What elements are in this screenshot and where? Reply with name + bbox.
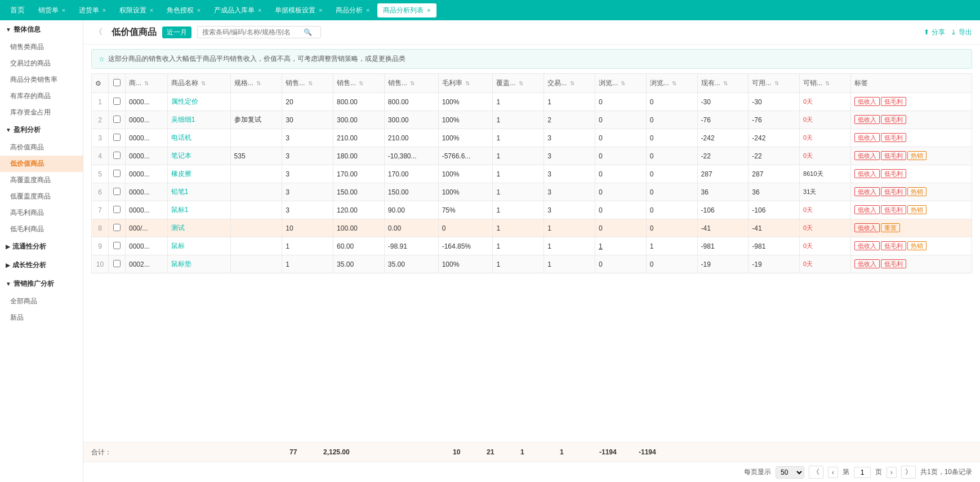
product-name[interactable]: 鼠标垫	[167, 255, 230, 273]
row-checkbox[interactable]	[109, 255, 126, 273]
sale-profit: -10,380...	[384, 147, 438, 165]
th-trade[interactable]: 交易... ⇅	[544, 74, 595, 93]
search-input[interactable]	[202, 28, 304, 36]
sidebar-item-low-margin[interactable]: 低毛利商品	[0, 221, 83, 237]
product-name[interactable]: 测试	[167, 219, 230, 237]
row-checkbox[interactable]	[109, 237, 126, 255]
nav-product-analysis[interactable]: 商品分析 ×	[330, 3, 375, 17]
next-page-button[interactable]: ›	[887, 467, 897, 478]
collapse-button[interactable]: 《	[91, 26, 106, 38]
sidebar-group-overall[interactable]: ▼ 整体信息	[0, 20, 83, 39]
sidebar-item-all-goods[interactable]: 全部商品	[0, 293, 83, 309]
sidebar-group-growth[interactable]: ▶ 成长性分析	[0, 256, 83, 275]
sidebar-item-category-sales-rate[interactable]: 商品分类销售率	[0, 72, 83, 88]
nav-product-analysis-list[interactable]: 商品分析列表 ×	[377, 3, 436, 17]
sidebar-item-stock-capital[interactable]: 库存资金占用	[0, 104, 83, 121]
product-spec	[230, 237, 282, 255]
sidebar-group-marketing[interactable]: ▼ 营销推广分析	[0, 275, 83, 293]
product-tags: 低收入低毛利	[850, 93, 972, 111]
last-page-button[interactable]: 》	[901, 466, 916, 479]
nav-purchase-order[interactable]: 进货单 ×	[73, 3, 112, 17]
sidebar-group-profit[interactable]: ▼ 盈利分析	[0, 121, 83, 139]
nav-permission-settings[interactable]: 权限设置 ×	[114, 3, 159, 17]
nav-close-template[interactable]: ×	[319, 7, 322, 14]
page-number-input[interactable]	[854, 467, 871, 478]
nav-home[interactable]: 首页	[5, 3, 30, 17]
row-select-checkbox[interactable]	[113, 152, 121, 159]
row-checkbox[interactable]	[109, 165, 126, 183]
row-checkbox[interactable]	[109, 93, 126, 111]
th-sellable[interactable]: 可销... ⇅	[800, 74, 851, 93]
product-name[interactable]: 橡皮擦	[167, 165, 230, 183]
row-select-checkbox[interactable]	[113, 188, 121, 195]
row-checkbox[interactable]	[109, 129, 126, 147]
product-name[interactable]: 铅笔1	[167, 183, 230, 201]
nav-close-purchase-order[interactable]: ×	[103, 7, 106, 14]
th-sale-amount[interactable]: 销售... ⇅	[333, 74, 385, 93]
row-select-checkbox[interactable]	[113, 260, 121, 267]
row-checkbox[interactable]	[109, 219, 126, 237]
product-name[interactable]: 笔记本	[167, 147, 230, 165]
nav-close-product-stock[interactable]: ×	[258, 7, 261, 14]
nav-role-auth[interactable]: 角色授权 ×	[161, 3, 206, 17]
product-name[interactable]: 鼠标1	[167, 201, 230, 219]
row-checkbox[interactable]	[109, 183, 126, 201]
row-select-checkbox[interactable]	[113, 170, 121, 177]
product-name[interactable]: 吴细细1	[167, 111, 230, 129]
th-tags[interactable]: 标签	[850, 74, 972, 93]
nav-close-permission[interactable]: ×	[150, 7, 153, 14]
th-browse2[interactable]: 浏览... ⇅	[646, 74, 697, 93]
search-icon[interactable]: 🔍	[304, 28, 312, 36]
row-checkbox[interactable]	[109, 111, 126, 129]
sidebar-item-sales-goods[interactable]: 销售类商品	[0, 39, 83, 55]
row-checkbox[interactable]	[109, 201, 126, 219]
row-select-checkbox[interactable]	[113, 224, 121, 231]
row-select-checkbox[interactable]	[113, 206, 121, 213]
select-all-checkbox[interactable]	[113, 79, 121, 86]
th-sale-profit[interactable]: 销售... ⇅	[384, 74, 438, 93]
export-button[interactable]: ⤓ 导出	[951, 28, 972, 37]
th-margin[interactable]: 毛利率 ⇅	[438, 74, 493, 93]
browse-count1[interactable]: 1	[595, 237, 647, 255]
sidebar-item-high-value[interactable]: 高价值商品	[0, 139, 83, 156]
th-available-stock[interactable]: 可用... ⇅	[749, 74, 800, 93]
th-browse1[interactable]: 浏览... ⇅	[595, 74, 647, 93]
nav-close-product-analysis[interactable]: ×	[366, 7, 369, 14]
nav-close-analysis-list[interactable]: ×	[427, 7, 430, 14]
sidebar-item-low-value[interactable]: 低价值商品	[0, 156, 83, 172]
th-checkbox[interactable]	[109, 74, 126, 93]
nav-close-role-auth[interactable]: ×	[197, 7, 201, 14]
nav-close-sales-order[interactable]: ×	[62, 7, 65, 14]
sidebar-item-low-coverage[interactable]: 低覆盖度商品	[0, 188, 83, 205]
sidebar-item-new-goods[interactable]: 新品	[0, 309, 83, 326]
sidebar-item-high-coverage[interactable]: 高覆盖度商品	[0, 172, 83, 188]
row-checkbox[interactable]	[109, 147, 126, 165]
th-coverage[interactable]: 覆盖... ⇅	[493, 74, 544, 93]
footer-totals: 合计： 77 2,125.00 10 21 1 1 -1194 -1194	[83, 442, 980, 462]
sidebar-item-traded-goods[interactable]: 交易过的商品	[0, 55, 83, 72]
sidebar-item-high-margin[interactable]: 高毛利商品	[0, 205, 83, 221]
product-name[interactable]: 电话机	[167, 129, 230, 147]
first-page-button[interactable]: 《	[809, 466, 823, 479]
nav-sales-order[interactable]: 销货单 ×	[33, 3, 71, 17]
row-select-checkbox[interactable]	[113, 98, 121, 105]
th-current-stock[interactable]: 现有... ⇅	[697, 74, 749, 93]
per-page-select[interactable]: 50 100 200	[776, 466, 804, 479]
filter-tag-month[interactable]: 近一月	[162, 26, 191, 38]
th-sale-qty[interactable]: 销售... ⇅	[282, 74, 333, 93]
th-spec[interactable]: 规格... ⇅	[230, 74, 282, 93]
prev-page-button[interactable]: ‹	[828, 467, 838, 478]
nav-product-stock[interactable]: 产成品入库单 ×	[208, 3, 267, 17]
row-select-checkbox[interactable]	[113, 134, 121, 141]
nav-template-settings[interactable]: 单据模板设置 ×	[269, 3, 328, 17]
product-name[interactable]: 鼠标	[167, 237, 230, 255]
th-code[interactable]: 商... ⇅	[126, 74, 168, 93]
th-settings[interactable]: ⚙	[92, 74, 109, 93]
sidebar-group-liquidity[interactable]: ▶ 流通性分析	[0, 237, 83, 256]
share-button[interactable]: ⬆ 分享	[924, 28, 945, 37]
sidebar-item-stock-goods[interactable]: 有库存的商品	[0, 88, 83, 104]
row-select-checkbox[interactable]	[113, 116, 121, 123]
product-name[interactable]: 属性定价	[167, 93, 230, 111]
th-name[interactable]: 商品名称 ⇅	[167, 74, 230, 93]
row-select-checkbox[interactable]	[113, 242, 121, 249]
